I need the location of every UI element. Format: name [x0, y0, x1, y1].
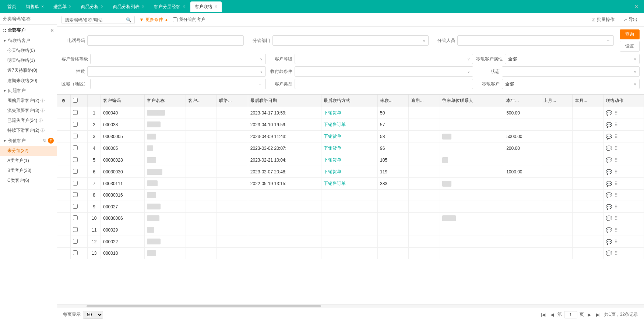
next-page-button[interactable]: ▶ — [586, 311, 592, 318]
sidebar-item-unclassified[interactable]: 未分组(32) — [0, 146, 57, 156]
grid-action-icon[interactable]: ⠿ — [614, 169, 618, 175]
tab-customer-contact[interactable]: 客户联络 × — [190, 1, 222, 12]
th-overdue[interactable]: 逾期... — [409, 95, 440, 107]
retail-attr-input[interactable]: 全部∨ — [505, 54, 640, 64]
th-no-contact[interactable]: 未联... — [378, 95, 409, 107]
sidebar-item-tomorrow[interactable]: 明天待联络(1) — [0, 56, 57, 66]
tab-customer-segment-close[interactable]: × — [183, 4, 185, 9]
department-input[interactable]: ∨ — [272, 35, 429, 46]
my-customers-checkbox[interactable]: 我分管的客户 — [173, 17, 205, 23]
my-customers-check[interactable] — [173, 17, 177, 22]
tab-purchase-close[interactable]: × — [69, 4, 71, 9]
grid-action-icon[interactable]: ⠿ — [614, 145, 618, 151]
search-icon[interactable]: 🔍 — [126, 17, 131, 22]
comment-icon[interactable]: 💬 — [606, 181, 612, 187]
td-checkbox[interactable] — [70, 107, 88, 119]
nature-input[interactable]: ∨ — [87, 66, 266, 77]
comment-icon[interactable]: 💬 — [606, 204, 612, 210]
th-last-month[interactable]: 上月... — [541, 95, 572, 107]
sidebar-item-abnormal[interactable]: 囤购异常客户(2) ⓘ — [0, 96, 57, 106]
sidebar-item-churn-warning[interactable]: 流失预警客户(3) ⓘ — [0, 106, 57, 116]
tab-customer-segment[interactable]: 客户分层经客 × — [149, 1, 190, 12]
th-contact[interactable]: 联络... — [217, 95, 248, 107]
td-checkbox[interactable] — [70, 236, 88, 248]
td-checkbox[interactable] — [70, 190, 88, 201]
th-this-year[interactable]: 本年... — [504, 95, 541, 107]
th-this-month[interactable]: 本月... — [572, 95, 603, 107]
sidebar-item-churned[interactable]: 已流失客户(24) ⓘ — [0, 116, 57, 126]
grid-action-icon[interactable]: ⠿ — [614, 157, 618, 163]
price-level-input[interactable]: ∨ — [90, 54, 266, 64]
grid-action-icon[interactable]: ⠿ — [614, 134, 618, 140]
th-gear[interactable]: ⚙ — [57, 95, 70, 107]
grid-action-icon[interactable]: ⠿ — [614, 227, 618, 233]
comment-icon[interactable]: 💬 — [606, 169, 612, 175]
search-input[interactable] — [65, 17, 124, 22]
reset-button[interactable]: 设置 — [620, 41, 640, 52]
td-checkbox[interactable] — [70, 131, 88, 142]
customer-level-input[interactable]: ∨ — [295, 54, 473, 64]
th-contacts[interactable]: 往来单位联系人 — [440, 95, 504, 107]
select-all-checkbox[interactable] — [73, 98, 78, 103]
phone-input[interactable] — [87, 35, 244, 46]
sidebar-item-class-c[interactable]: C类客户(6) — [0, 176, 57, 186]
th-last-contact-method[interactable]: 最后联络方式 — [321, 95, 378, 107]
last-page-button[interactable]: ▶| — [595, 311, 602, 318]
more-conditions-button[interactable]: ▼ 更多条件 ▲ — [139, 17, 168, 23]
all-customers-header[interactable]: :: 全部客户 « — [0, 25, 57, 36]
window-close-button[interactable]: × — [632, 3, 641, 10]
manager-input[interactable]: ··· — [457, 35, 614, 46]
comment-icon[interactable]: 💬 — [606, 239, 612, 245]
comment-icon[interactable]: 💬 — [606, 110, 612, 116]
td-checkbox[interactable] — [70, 213, 88, 224]
td-checkbox[interactable] — [70, 119, 88, 131]
horizontal-scrollbar[interactable] — [57, 304, 644, 308]
sidebar-group-value[interactable]: ▼ 价值客户 ↻ F — [0, 136, 57, 146]
page-number-input[interactable] — [564, 311, 577, 318]
sidebar-item-today[interactable]: 今天待联络(0) — [0, 46, 57, 56]
payment-input[interactable]: ∨ — [295, 66, 473, 77]
tab-sales[interactable]: 销售单 × — [21, 1, 48, 12]
th-last-contact-date[interactable]: 最后联络日期 — [248, 95, 321, 107]
th-type[interactable]: 客户... — [186, 95, 217, 107]
grid-action-icon[interactable]: ⠿ — [614, 215, 618, 221]
tab-purchase[interactable]: 进货单 × — [49, 1, 76, 12]
td-checkbox[interactable] — [70, 178, 88, 190]
tab-home[interactable]: 首页 — [3, 1, 21, 12]
sidebar-item-7days[interactable]: 近7天待联络(0) — [0, 66, 57, 75]
td-checkbox[interactable] — [70, 201, 88, 213]
sidebar-search-input[interactable] — [3, 16, 57, 21]
sidebar-group-pending-contact[interactable]: ▼ 待联络客户 — [0, 36, 57, 46]
comment-icon[interactable]: 💬 — [606, 215, 612, 221]
comment-icon[interactable]: 💬 — [606, 145, 612, 151]
grid-action-icon[interactable]: ⠿ — [614, 110, 618, 116]
scrollbar-thumb[interactable] — [87, 305, 321, 307]
retail-customer-input[interactable]: 全部∨ — [502, 79, 640, 89]
prev-page-button[interactable]: ◀ — [549, 311, 555, 318]
tab-product-analysis[interactable]: 商品分析 × — [77, 1, 108, 12]
customer-type-input[interactable] — [295, 79, 473, 89]
th-checkbox[interactable] — [70, 95, 88, 107]
tab-product-analysis-list-close[interactable]: × — [142, 4, 144, 9]
refresh-icon[interactable]: ↻ — [43, 138, 46, 143]
comment-icon[interactable]: 💬 — [606, 157, 612, 163]
sidebar-item-class-a[interactable]: A类客户(1) — [0, 156, 57, 166]
th-name[interactable]: 客户名称 — [145, 95, 186, 107]
comment-icon[interactable]: 💬 — [606, 227, 612, 233]
batch-operation-button[interactable]: ☑ 批量操作 — [589, 15, 617, 24]
comment-icon[interactable]: 💬 — [606, 250, 612, 256]
grid-action-icon[interactable]: ⠿ — [614, 181, 618, 187]
th-code[interactable]: 客户编码 — [101, 95, 145, 107]
region-input[interactable]: ··· — [90, 79, 266, 89]
td-checkbox[interactable] — [70, 154, 88, 166]
grid-action-icon[interactable]: ⠿ — [614, 192, 618, 198]
grid-action-icon[interactable]: ⠿ — [614, 204, 618, 210]
comment-icon[interactable]: 💬 — [606, 122, 612, 128]
comment-icon[interactable]: 💬 — [606, 192, 612, 198]
collapse-button[interactable]: « — [50, 27, 54, 33]
first-page-button[interactable]: |◀ — [539, 311, 547, 318]
sidebar-group-problem[interactable]: ▼ 问题客户 — [0, 86, 57, 96]
td-checkbox[interactable] — [70, 248, 88, 259]
comment-icon[interactable]: 💬 — [606, 134, 612, 140]
page-size-select[interactable]: 50 100 — [83, 311, 103, 319]
